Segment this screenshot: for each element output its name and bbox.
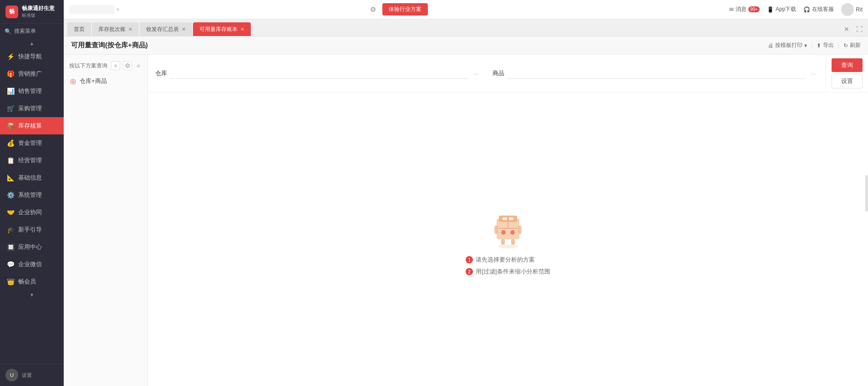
sidebar-scroll-down[interactable]: ▼ — [0, 290, 64, 299]
filter-header: 按以下方案查询 + ⚙ « — [64, 59, 147, 74]
user-name: Rit — [856, 6, 863, 13]
filter-item-warehouse-goods[interactable]: ◎ 仓库+商品 — [64, 74, 147, 88]
empty-tip-2: 2 用[过滤]条件来缩小分析范围 — [466, 268, 550, 276]
empty-state: 1 请先选择要分析的方案 2 用[过滤]条件来缩小分析范围 — [148, 93, 868, 386]
tab-close-button[interactable]: ✕ — [842, 24, 852, 34]
svg-rect-3 — [509, 217, 513, 220]
goods-more-btn[interactable]: ··· — [808, 69, 818, 78]
empty-tips: 1 请先选择要分析的方案 2 用[过滤]条件来缩小分析范围 — [466, 256, 550, 276]
tab-close-available-inventory[interactable]: ✕ — [240, 26, 244, 32]
sidebar-search[interactable]: 🔍 搜索菜单 — [0, 24, 64, 39]
nav-label-purchase: 采购管理 — [18, 104, 42, 113]
page-actions: 🖨 按模板打印 ▾ ⬆ 导出 ↻ 刷新 — [768, 41, 861, 49]
message-item[interactable]: ✉ 消息 99+ — [729, 5, 760, 13]
tab-receipt-summary[interactable]: 收发存汇总表✕ — [140, 22, 192, 36]
query-inputs: 仓库 ··· 商品 ··· — [148, 55, 826, 92]
page-title: 可用量查询(按仓库+商品) — [71, 41, 148, 50]
svg-point-6 — [501, 230, 506, 235]
trial-button[interactable]: 体验行业方案 — [382, 3, 428, 15]
nav-icon-operations: 📋 — [6, 156, 15, 165]
sidebar-item-quick-nav[interactable]: ⚡ 快捷导航 — [0, 48, 64, 65]
query-btns: 查询 设置 — [826, 55, 868, 92]
nav-label-quick-nav: 快捷导航 — [18, 52, 42, 61]
svg-rect-1 — [499, 216, 517, 222]
sidebar-item-marketing[interactable]: 🎁 营销推广 — [0, 65, 64, 82]
nav-icon-wechat: 💬 — [6, 260, 15, 268]
sidebar-item-basics[interactable]: 📐 基础信息 — [0, 169, 64, 186]
print-action[interactable]: 🖨 按模板打印 ▾ — [768, 41, 807, 49]
tab-expand-button[interactable]: ⛶ — [854, 24, 864, 34]
message-icon: ✉ — [729, 6, 734, 13]
sidebar-user-label: 设置 — [22, 372, 32, 379]
sidebar-item-tutorial[interactable]: 🎓 新手引导 — [0, 221, 64, 238]
tab-available-inventory[interactable]: 可用量库存账本✕ — [193, 22, 251, 36]
warehouse-label: 仓库 — [155, 69, 167, 77]
right-scrollbar[interactable] — [865, 175, 868, 211]
svg-rect-2 — [503, 217, 507, 220]
sidebar-item-system[interactable]: ⚙️ 系统管理 — [0, 186, 64, 204]
topbar-right: ✉ 消息 99+ 📱 App下载 🎧 在线客服 Rit — [729, 3, 863, 16]
topbar-settings-icon[interactable]: ⚙ — [367, 4, 379, 15]
tab-batch-account[interactable]: 库存批次账✕ — [92, 22, 139, 36]
breadcrumb-input[interactable] — [69, 5, 115, 14]
sidebar-item-purchase[interactable]: 🛒 采购管理 — [0, 100, 64, 117]
tab-close-batch-account[interactable]: ✕ — [128, 26, 132, 32]
tabs-bar: 首页库存批次账✕收发存汇总表✕可用量库存账本✕ ✕ ⛶ — [64, 19, 868, 36]
svg-rect-9 — [518, 226, 522, 234]
sidebar-nav: ⚡ 快捷导航 🎁 营销推广 📊 销售管理 🛒 采购管理 📦 库存核算 💰 资金管… — [0, 48, 64, 290]
sidebar-item-enterprise[interactable]: 🤝 企业协同 — [0, 204, 64, 221]
sidebar-item-sales[interactable]: 📊 销售管理 — [0, 82, 64, 100]
query-button[interactable]: 查询 — [832, 58, 863, 72]
topbar-breadcrumb: ▾ — [69, 5, 363, 14]
action-divider-2 — [838, 42, 839, 49]
sidebar-footer: U 设置 — [0, 364, 64, 386]
filter-settings-btn[interactable]: ⚙ — [123, 61, 132, 70]
svg-rect-4 — [499, 228, 517, 229]
tip1-num: 1 — [466, 256, 473, 263]
nav-label-member: 畅会员 — [18, 278, 36, 286]
goods-field: 商品 ··· — [492, 68, 819, 79]
export-action[interactable]: ⬆ 导出 — [817, 41, 834, 49]
sidebar-item-member[interactable]: 👑 畅会员 — [0, 273, 64, 290]
nav-label-inventory: 库存核算 — [18, 122, 42, 130]
refresh-action[interactable]: ↻ 刷新 — [843, 41, 861, 49]
filter-add-btn[interactable]: + — [111, 61, 120, 70]
topbar: ▾ ⚙ 体验行业方案 ✉ 消息 99+ 📱 App下载 🎧 在线客服 Rit — [64, 0, 868, 19]
nav-icon-app-center: 🔲 — [6, 243, 15, 251]
sidebar-search-label: 搜索菜单 — [14, 27, 36, 35]
sidebar-scroll-up[interactable]: ▲ — [0, 39, 64, 48]
sidebar-item-inventory[interactable]: 📦 库存核算 — [0, 117, 64, 134]
print-dropdown-icon: ▾ — [804, 42, 807, 49]
sidebar-item-wechat[interactable]: 💬 企业微信 — [0, 256, 64, 273]
customer-service-item[interactable]: 🎧 在线客服 — [803, 5, 834, 13]
tab-home[interactable]: 首页 — [67, 22, 91, 36]
sidebar-item-operations[interactable]: 📋 经营管理 — [0, 152, 64, 169]
main-container: ▾ ⚙ 体验行业方案 ✉ 消息 99+ 📱 App下载 🎧 在线客服 Rit — [64, 0, 868, 386]
nav-icon-inventory: 📦 — [6, 122, 15, 130]
sidebar-user-avatar: U — [5, 369, 18, 381]
print-icon: 🖨 — [768, 42, 773, 49]
warehouse-input[interactable] — [170, 68, 468, 79]
settings-button[interactable]: 设置 — [832, 74, 863, 88]
nav-label-wechat: 企业微信 — [18, 260, 42, 268]
filter-header-label: 按以下方案查询 — [69, 62, 107, 70]
filter-collapse-btn[interactable]: « — [135, 62, 142, 69]
user-avatar — [841, 3, 854, 16]
sidebar-item-app-center[interactable]: 🔲 应用中心 — [0, 238, 64, 256]
sidebar-item-finance[interactable]: 💰 资金管理 — [0, 134, 64, 152]
goods-input[interactable] — [507, 68, 806, 79]
app-download-item[interactable]: 📱 App下载 — [767, 5, 796, 13]
nav-icon-enterprise: 🤝 — [6, 208, 15, 216]
page-header: 可用量查询(按仓库+商品) 🖨 按模板打印 ▾ ⬆ 导出 ↻ 刷新 — [64, 36, 868, 55]
tab-close-receipt-summary[interactable]: ✕ — [182, 26, 186, 32]
logo-text: 畅康通好生意 标准版 — [22, 5, 55, 19]
refresh-icon: ↻ — [843, 42, 848, 49]
action-divider-1 — [812, 42, 812, 49]
nav-label-marketing: 营销推广 — [18, 70, 42, 78]
nav-label-operations: 经营管理 — [18, 156, 42, 165]
warehouse-more-btn[interactable]: ··· — [471, 69, 482, 78]
query-inputs-and-btns: 仓库 ··· 商品 ··· 查询 设置 — [148, 55, 868, 93]
svg-point-12 — [498, 245, 518, 248]
user-info[interactable]: Rit — [841, 3, 863, 16]
print-label: 按模板打印 — [775, 41, 802, 49]
